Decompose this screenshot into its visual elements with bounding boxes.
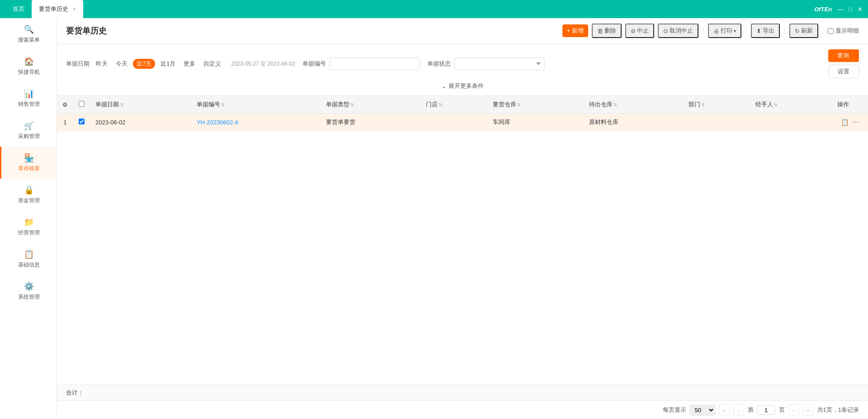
page-title: 要货单历史 [66, 25, 107, 36]
sidebar-item-inventory[interactable]: 🏪 库存核算 [0, 147, 57, 179]
window-close-button[interactable]: ✕ [858, 6, 863, 13]
row-store [420, 114, 487, 131]
query-button[interactable]: 查询 [828, 49, 859, 62]
sidebar-item-base-info[interactable]: 📋 基础信息 [0, 243, 57, 275]
date-opt-1month[interactable]: 近1月 [158, 59, 178, 69]
row-checkbox[interactable] [79, 119, 85, 124]
row-settings: 1 [57, 114, 73, 131]
minimize-button[interactable]: — [837, 6, 843, 13]
row-more-icon[interactable]: ⋯ [853, 119, 859, 126]
display-detail-checkbox[interactable] [828, 28, 834, 34]
row-operations: 📋 ⋯ [832, 114, 868, 131]
delete-label: 删除 [604, 27, 616, 35]
sidebar-item-search-menu[interactable]: 🔍 搜索菜单 [0, 18, 57, 50]
tab-home[interactable]: 首页 [5, 0, 32, 18]
export-icon: ⬆ [756, 28, 761, 34]
print-button[interactable]: 🖨 打印 ▾ [708, 24, 741, 38]
action-divider-3 [784, 27, 785, 34]
page-goto-label: 第 [748, 406, 754, 414]
sidebar: 🔍 搜索菜单 🏠 快捷导航 📊 销售管理 🛒 采购管理 🏪 库存核算 🔒 资金管… [0, 18, 57, 419]
date-opt-yesterday[interactable]: 昨天 [93, 59, 110, 69]
cancel-stop-icon: ⊙ [663, 28, 668, 34]
next-page-button[interactable]: › [788, 405, 799, 415]
app-logo: OfTEn [814, 6, 832, 13]
sort-store-icon: ⇅ [439, 102, 442, 107]
sidebar-label-base-info: 基础信息 [18, 261, 40, 269]
th-pending-warehouse[interactable]: 待出仓库⇅ [584, 96, 683, 114]
table-header-row: ⚙ 单据日期⇅ 单据编号⇅ 单据类型⇅ 门店⇅ 要货仓库⇅ 待出仓库⇅ 部门⇅ … [57, 96, 868, 114]
tab-active[interactable]: 要货单历史 × [32, 0, 83, 18]
print-icon: 🖨 [713, 28, 719, 34]
delete-button[interactable]: 🗑 删除 [592, 24, 622, 38]
doc-status-select[interactable] [454, 57, 545, 70]
row-handler [750, 114, 832, 131]
th-department[interactable]: 部门⇅ [683, 96, 750, 114]
sidebar-item-sales[interactable]: 📊 销售管理 [0, 82, 57, 114]
sort-doc-date-icon: ⇅ [120, 102, 123, 107]
expand-more-icon: ⌄ [442, 83, 447, 90]
th-doc-type[interactable]: 单据类型⇅ [321, 96, 420, 114]
date-opt-custom[interactable]: 自定义 [201, 59, 224, 69]
th-check[interactable] [73, 96, 90, 114]
export-button[interactable]: ⬆ 导出 [751, 24, 780, 38]
maximize-button[interactable]: □ [849, 6, 852, 13]
th-doc-date[interactable]: 单据日期⇅ [90, 96, 191, 114]
top-bar-right: OfTEn — □ ✕ [814, 6, 863, 13]
doc-number-input[interactable] [330, 57, 420, 70]
date-opt-more[interactable]: 更多 [181, 59, 198, 69]
th-req-warehouse[interactable]: 要货仓库⇅ [487, 96, 584, 114]
new-button[interactable]: + 新增 [562, 24, 588, 37]
sort-department-icon: ⇅ [701, 102, 705, 107]
doc-number-link[interactable]: YH-20230602-4 [197, 119, 238, 126]
last-page-button[interactable]: » [803, 405, 814, 415]
date-opt-today[interactable]: 今天 [113, 59, 130, 69]
cancel-stop-button[interactable]: ⊙ 取消中止 [658, 24, 698, 38]
sidebar-label-inventory: 库存核算 [18, 165, 40, 172]
content-area: 要货单历史 + 新增 🗑 删除 ⊘ 中止 ⊙ 取消中止 🖨 打 [57, 18, 868, 419]
sidebar-item-operations[interactable]: 📁 经营管理 [0, 211, 57, 243]
purchase-icon: 🛒 [24, 121, 34, 131]
quick-nav-icon: 🏠 [24, 57, 34, 67]
row-doc-number[interactable]: YH-20230602-4 [191, 114, 321, 131]
row-check[interactable] [73, 114, 90, 131]
tab-active-label: 要货单历史 [39, 5, 68, 13]
sort-pending-warehouse-icon: ⇅ [613, 102, 617, 107]
th-settings[interactable]: ⚙ [57, 96, 73, 114]
th-store[interactable]: 门店⇅ [420, 96, 487, 114]
sidebar-item-quick-nav[interactable]: 🏠 快捷导航 [0, 50, 57, 82]
tab-close-icon[interactable]: × [73, 6, 76, 12]
cancel-stop-label: 取消中止 [670, 27, 693, 35]
row-edit-icon[interactable]: 📋 [841, 119, 849, 126]
prev-page-button[interactable]: ‹ [733, 405, 744, 415]
action-divider-1 [703, 27, 703, 34]
expand-more-button[interactable]: ⌄ 展开更多条件 [66, 82, 859, 90]
date-opt-7days[interactable]: 近7天 [133, 59, 155, 69]
main-layout: 🔍 搜索菜单 🏠 快捷导航 📊 销售管理 🛒 采购管理 🏪 库存核算 🔒 资金管… [0, 18, 868, 419]
display-detail-toggle[interactable]: 显示明细 [828, 27, 859, 35]
sidebar-item-system[interactable]: ⚙️ 系统管理 [0, 275, 57, 307]
refresh-button[interactable]: ↻ 刷新 [789, 24, 818, 38]
sidebar-item-purchase[interactable]: 🛒 采购管理 [0, 114, 57, 147]
row-req-warehouse: 车间库 [487, 114, 584, 131]
sort-doc-number-icon: ⇅ [221, 102, 225, 107]
top-bar: 首页 要货单历史 × OfTEn — □ ✕ [0, 0, 868, 18]
filter-right-actions: 查询 设置 [828, 49, 859, 78]
total-info: 共1页，1条记录 [817, 406, 859, 414]
sidebar-label-search-menu: 搜索菜单 [18, 36, 40, 44]
page-size-select[interactable]: 50 10 20 100 [690, 405, 715, 415]
page-header: 要货单历史 + 新增 🗑 删除 ⊘ 中止 ⊙ 取消中止 🖨 打 [57, 18, 868, 44]
filter-date-range-item: 2023-05-27 至 2023-06-02 [231, 60, 295, 68]
th-doc-number[interactable]: 单据编号⇅ [191, 96, 321, 114]
stop-button[interactable]: ⊘ 中止 [625, 24, 654, 38]
page-input[interactable] [757, 405, 775, 415]
operations-icon: 📁 [24, 217, 34, 227]
first-page-button[interactable]: « [719, 405, 730, 415]
row-doc-type: 要货单要货 [321, 114, 420, 131]
settings-button[interactable]: 设置 [828, 65, 859, 78]
table-row[interactable]: 1 2023-06-02 YH-20230602-4 要货单要货 车间库 原材料… [57, 114, 868, 131]
th-handler[interactable]: 经手人⇅ [750, 96, 832, 114]
select-all-checkbox[interactable] [79, 101, 85, 107]
finance-icon: 🔒 [24, 185, 34, 195]
sidebar-label-purchase: 采购管理 [18, 133, 40, 140]
sidebar-item-finance[interactable]: 🔒 资金管理 [0, 179, 57, 211]
